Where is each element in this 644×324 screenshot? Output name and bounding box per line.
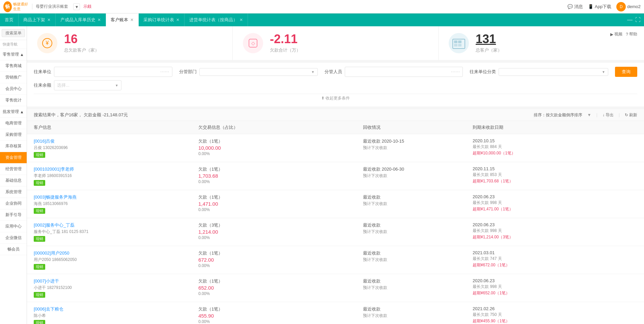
sidebar-item-marketing[interactable]: 营销推广 bbox=[0, 72, 27, 83]
overdue-days: 最长欠款 853 天 bbox=[473, 172, 637, 178]
results-actions: 排序：按欠款金额倒序排序 ▼ | ↓ 导出 | ↻ 刷新 bbox=[534, 112, 637, 118]
total-customers-label: 总客户（家） bbox=[476, 47, 634, 53]
debt-percent: 0.00% bbox=[198, 319, 363, 324]
help-button[interactable]: ? 帮助 bbox=[626, 31, 637, 37]
dropdown-arrow-icon[interactable]: ▾ bbox=[73, 3, 80, 10]
overdue-amount-link[interactable]: 超期¥1,214.00（3笔） bbox=[473, 235, 513, 239]
top-bar-right: 💬 消息 📱 App下载 D demo2 bbox=[567, 2, 641, 11]
customer-info-cell: [0007]小进干 小进干 18279152100 现销 bbox=[34, 278, 198, 298]
sidebar-item-batch-mgmt[interactable]: 批发管理▲ bbox=[0, 106, 27, 118]
filter-label-balance: 往来余额 bbox=[34, 82, 51, 88]
last-payment: 最近收款 bbox=[363, 306, 473, 312]
customer-name-link[interactable]: [0016]吕俊 bbox=[34, 139, 55, 144]
tab-bar-actions: — ⛶ bbox=[624, 17, 644, 23]
collapse-row[interactable]: ⬆ 收起更多条件 bbox=[34, 94, 637, 102]
results-bar: 搜索结果中，客户16家， 欠款金额 -21,148.07元 排序：按欠款金额倒序… bbox=[27, 109, 644, 121]
overdue-amount-link[interactable]: 超期¥652.00（1笔） bbox=[473, 291, 510, 295]
sidebar-item-system[interactable]: 系统管理 bbox=[0, 186, 27, 198]
debt-amount: 672.00 bbox=[198, 257, 363, 263]
overdue-amount-link[interactable]: 超期¥10,000.00（1笔） bbox=[473, 151, 515, 155]
tab-close-icon[interactable]: ✕ bbox=[97, 18, 101, 22]
sidebar-item-app-center[interactable]: 应用中心 bbox=[0, 221, 27, 232]
sidebar-item-ecommerce[interactable]: 电商管理 bbox=[0, 118, 27, 129]
debt-info-cell: 欠款（1笔） 1,471.00 0.00% bbox=[198, 194, 363, 212]
overdue-amount-link[interactable]: 超期¥455.90（1笔） bbox=[473, 319, 510, 323]
last-payment: 最近收款 bbox=[363, 194, 473, 200]
customer-name-link[interactable]: [0003]畅捷服务尹海燕 bbox=[34, 195, 77, 200]
sidebar-item-vip[interactable]: 畅会员 bbox=[0, 244, 27, 255]
customer-name-link[interactable]: [0006]去下粮仓 bbox=[34, 306, 63, 312]
overdue-amount: 超期¥1,214.00（3笔） bbox=[473, 234, 637, 240]
tab-minimize-icon[interactable]: — bbox=[627, 17, 633, 23]
filter-row-1: 往来单位 ··· 分管部门 ▼ 分管人员 ··· bbox=[34, 67, 637, 77]
tab-close-icon[interactable]: ✕ bbox=[47, 18, 51, 22]
debt-percent: 0.00% bbox=[198, 235, 363, 240]
unit-input[interactable]: ··· bbox=[54, 67, 172, 77]
tab-home[interactable]: 首页 bbox=[0, 13, 19, 26]
due-date-cell: 2021.02.26 最长欠款 750 天 超期¥455.90（1笔） bbox=[473, 306, 637, 324]
overdue-amount-link[interactable]: 超期¥1,703.68（1笔） bbox=[473, 179, 513, 183]
due-date-cell: 2020.06.23 最长欠款 998 天 超期¥1,471.00（1笔） bbox=[473, 194, 637, 212]
sidebar-item-newbie[interactable]: 新手引导 bbox=[0, 209, 27, 221]
table-row: [0002]服务中心_丁磊 服务中心_丁磊 181 0125 8371 现销 欠… bbox=[27, 218, 644, 246]
debt-count: 欠款（1笔） bbox=[198, 306, 363, 312]
tab-close-icon[interactable]: ✕ bbox=[176, 18, 179, 22]
video-icon: ▶ bbox=[610, 32, 613, 37]
sidebar-item-member[interactable]: 会员中心 bbox=[0, 83, 27, 95]
message-button[interactable]: 💬 消息 bbox=[567, 4, 583, 10]
customer-phone: 服务中心_丁磊 181 0125 8371 bbox=[34, 229, 198, 235]
debt-amount: 455.90 bbox=[198, 313, 363, 319]
tab-purchase-stats[interactable]: 进货单统计表（按商品） ✕ bbox=[185, 13, 248, 26]
last-payment: 最近收款 bbox=[363, 278, 473, 284]
debt-amount: 1,703.68 bbox=[198, 173, 363, 179]
customer-name-link[interactable]: [000002]用户2050 bbox=[34, 251, 69, 256]
sidebar-item-inventory[interactable]: 库存核算 bbox=[0, 141, 27, 152]
sort-arrow-icon[interactable]: ▼ bbox=[587, 113, 591, 117]
sidebar-item-retail-stats[interactable]: 零售统计 bbox=[0, 95, 27, 106]
unit-class-select[interactable]: ▼ bbox=[499, 68, 608, 76]
sidebar-item-operations[interactable]: 经营管理 bbox=[0, 164, 27, 175]
sidebar-item-enterprise[interactable]: 企业协同 bbox=[0, 198, 27, 209]
recovery-cell: 最近收款 预计下次收款 bbox=[363, 222, 473, 235]
dept-select[interactable]: ▼ bbox=[199, 68, 318, 76]
sidebar-item-retail-mall[interactable]: 零售商城 bbox=[0, 60, 27, 72]
app-download-button[interactable]: 📱 App下载 bbox=[588, 4, 611, 10]
sidebar-item-corp-wechat[interactable]: 企业微信 bbox=[0, 232, 27, 244]
sidebar-item-quick-nav: 快捷导航 bbox=[0, 40, 27, 49]
filter-label-unit-class: 往来单位分类 bbox=[470, 69, 496, 75]
sidebar-item-basic-info[interactable]: 基础信息 bbox=[0, 175, 27, 186]
tab-purchase-order[interactable]: 采购订单统计表 ✕ bbox=[139, 13, 185, 26]
tab-product-history[interactable]: 产成品入库单历史 ✕ bbox=[56, 13, 106, 26]
video-button[interactable]: ▶ 视频 bbox=[610, 31, 622, 37]
balance-select[interactable]: 选择... ▼ bbox=[54, 80, 121, 90]
overdue-amount: 超期¥672.00（1笔） bbox=[473, 262, 637, 268]
sidebar-item-retail-mgmt[interactable]: 零售管理▲ bbox=[0, 49, 27, 60]
user-profile[interactable]: D demo2 bbox=[616, 2, 641, 11]
filter-item-person: 分管人员 ··· bbox=[325, 67, 463, 77]
tab-product-online[interactable]: 商品上下架 ✕ bbox=[19, 13, 56, 26]
customer-name-link[interactable]: [0007]小进干 bbox=[34, 278, 59, 284]
balance-arrow-icon: ▼ bbox=[115, 84, 118, 87]
person-input[interactable]: ··· bbox=[345, 67, 463, 77]
tab-close-icon[interactable]: ✕ bbox=[130, 18, 134, 22]
debt-info-cell: 欠款（1笔） 455.90 0.00% bbox=[198, 306, 363, 324]
tab-customer-account[interactable]: 客户账本 ✕ bbox=[106, 13, 139, 26]
export-button[interactable]: ↓ 导出 bbox=[603, 112, 614, 118]
customer-name-link[interactable]: [0002]服务中心_丁磊 bbox=[34, 223, 75, 228]
search-input[interactable] bbox=[2, 29, 25, 37]
debt-count: 欠款（3笔） bbox=[198, 222, 363, 228]
help-icon: ? bbox=[626, 32, 628, 37]
sidebar-item-finance[interactable]: 资金管理 bbox=[0, 152, 27, 164]
overdue-amount-link[interactable]: 超期¥672.00（1笔） bbox=[473, 263, 510, 267]
tab-close-icon[interactable]: ✕ bbox=[240, 18, 243, 22]
overdue-amount-link[interactable]: 超期¥1,471.00（1笔） bbox=[473, 207, 513, 211]
customer-tag: 现销 bbox=[34, 208, 45, 214]
debt-percent: 0.00% bbox=[198, 291, 363, 296]
refresh-button[interactable]: ↻ 刷新 bbox=[625, 112, 637, 118]
customer-info-cell: [0002]服务中心_丁磊 服务中心_丁磊 181 0125 8371 现销 bbox=[34, 222, 198, 242]
tab-maximize-icon[interactable]: ⛶ bbox=[635, 17, 641, 23]
nav-link[interactable]: 示颇 bbox=[83, 4, 91, 9]
customer-name-link[interactable]: [0001020001]李老师 bbox=[34, 167, 74, 172]
search-button[interactable]: 查询 bbox=[615, 67, 637, 77]
sidebar-item-purchase[interactable]: 采购管理 bbox=[0, 129, 27, 141]
